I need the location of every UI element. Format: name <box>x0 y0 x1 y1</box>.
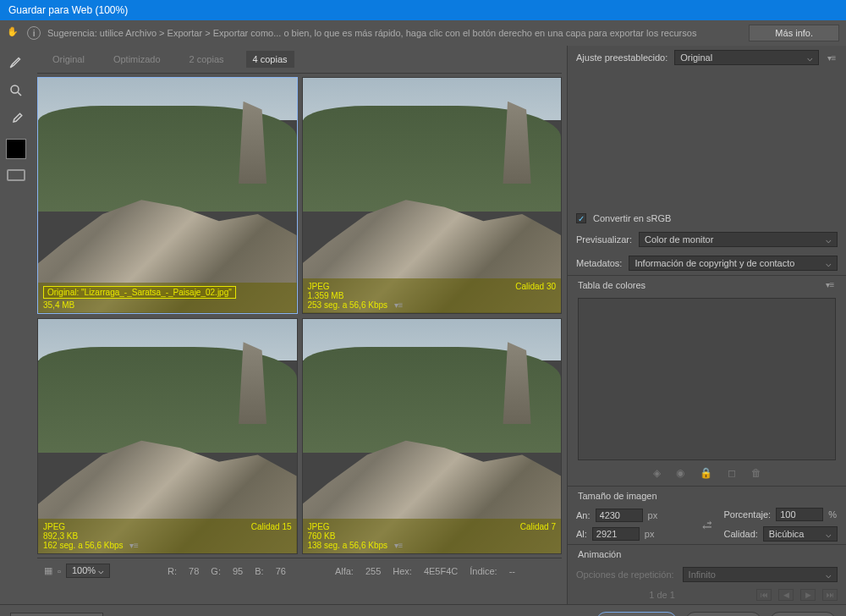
height-input[interactable] <box>592 527 640 541</box>
ct-lock-icon[interactable]: 🔒 <box>700 467 712 479</box>
preview-menu-icon[interactable]: ▾≡ <box>393 300 404 310</box>
animation-label: Animación <box>568 544 846 564</box>
done-button[interactable]: Hecho <box>770 612 836 616</box>
idx-value: -- <box>509 566 515 576</box>
slice-toggle-icon[interactable] <box>7 169 25 181</box>
pct-input[interactable] <box>776 508 823 521</box>
colortable-label: Tabla de colores <box>578 280 645 290</box>
quality: Calidad 15 <box>251 522 292 531</box>
transfer: 253 seg. a 56,6 Kbps <box>308 300 388 310</box>
footer: Previsualizar... 🌐⌵ Guardar... Cancelar … <box>0 604 846 616</box>
filesize: 760 KB <box>308 531 336 541</box>
b-label: B: <box>255 566 263 576</box>
grid-icon-1[interactable]: ▦ <box>44 565 52 576</box>
preview-grid: Original: "Lizarraga_-_Saratsa_-_Paisaje… <box>37 74 562 558</box>
panel-menu-icon[interactable]: ▾≡ <box>826 53 838 63</box>
pct-unit: % <box>828 509 837 520</box>
preview-q7[interactable]: JPEGCalidad 7 760 KB 138 seg. a 56,6 Kbp… <box>302 318 563 555</box>
g-value: 95 <box>233 566 243 576</box>
fmt: JPEG <box>43 522 65 531</box>
tab-2up[interactable]: 2 copias <box>183 51 231 68</box>
svg-point-0 <box>11 85 19 93</box>
cancel-button[interactable]: Cancelar <box>685 612 761 616</box>
srgb-checkbox[interactable]: ✓ <box>576 213 586 223</box>
preview-tabs: Original Optimizado 2 copias 4 copias <box>37 46 562 74</box>
color-table <box>578 298 836 460</box>
more-info-button[interactable]: Más info. <box>749 25 839 41</box>
ct-icon-2[interactable]: ◉ <box>676 467 684 479</box>
preview-menu-icon[interactable]: ▾≡ <box>393 541 404 550</box>
r-label: R: <box>168 566 177 576</box>
idx-label: Índice: <box>470 566 497 576</box>
ct-trash-icon[interactable]: 🗑 <box>751 467 761 479</box>
zoom-select[interactable]: 100% ⌵ <box>66 564 110 578</box>
preset-label: Ajuste preestablecido: <box>576 52 667 63</box>
transfer: 162 seg. a 56,6 Kbps <box>43 541 124 550</box>
original-filename: Original: "Lizarraga_-_Saratsa_-_Paisaje… <box>43 286 236 299</box>
alfa-label: Alfa: <box>335 566 354 576</box>
srgb-label: Convertir en sRGB <box>593 213 671 223</box>
repeat-label: Opciones de repetición: <box>576 569 674 580</box>
color-swatch[interactable] <box>6 139 26 159</box>
hint-text: Sugerencia: utilice Archivo > Exportar >… <box>47 28 742 38</box>
preview-label: Previsualizar: <box>576 234 632 245</box>
orig-size: 35,4 MB <box>43 300 74 310</box>
preview-select[interactable]: Color de monitor <box>639 232 838 247</box>
colortable-menu-icon[interactable]: ▾≡ <box>824 280 836 290</box>
tab-optimized[interactable]: Optimizado <box>107 51 168 68</box>
eyedropper-tool-icon[interactable] <box>7 110 25 129</box>
filesize: 892,3 KB <box>43 531 78 541</box>
tab-4up[interactable]: 4 copias <box>246 51 294 68</box>
ct-icon-1[interactable]: ◈ <box>653 467 661 479</box>
pct-label: Porcentaje: <box>724 509 772 520</box>
hex-label: Hex: <box>393 566 412 576</box>
hex-value: 4E5F4C <box>424 566 458 576</box>
grid-icon-2[interactable]: ▫ <box>58 566 61 576</box>
info-bar: ✋ i Sugerencia: utilice Archivo > Export… <box>0 20 846 46</box>
info-icon: i <box>27 26 41 40</box>
height-unit: px <box>645 529 655 539</box>
preview-q30[interactable]: JPEGCalidad 30 1.359 MB 253 seg. a 56,6 … <box>302 77 563 314</box>
ct-new-icon[interactable]: ◻ <box>728 467 736 479</box>
settings-panel: Ajuste preestablecido: Original ▾≡ ✓ Con… <box>567 46 846 604</box>
window-title: Guardar para Web (100%) <box>0 0 846 20</box>
filesize: 1.359 MB <box>308 291 344 300</box>
anim-prev-icon: ◀ <box>778 589 794 601</box>
g-label: G: <box>211 566 221 576</box>
fmt: JPEG <box>308 282 330 291</box>
quality-select[interactable]: Bicúbica <box>763 526 838 542</box>
svg-line-1 <box>18 92 21 96</box>
status-bar: ▦ ▫ 100% ⌵ R:78 G:95 B:76 Alfa:255 Hex:4… <box>37 558 562 583</box>
preview-q15[interactable]: JPEGCalidad 15 892,3 KB 162 seg. a 56,6 … <box>37 318 298 555</box>
anim-first-icon: ⏮ <box>756 589 772 601</box>
width-label: An: <box>576 510 591 520</box>
zoom-tool-icon[interactable] <box>7 81 25 100</box>
anim-last-icon: ⏭ <box>822 589 838 601</box>
brush-tool-icon[interactable] <box>7 52 25 71</box>
imagesize-label: Tamaño de imagen <box>568 486 846 505</box>
r-value: 78 <box>189 566 199 576</box>
quality: Calidad 30 <box>515 282 556 291</box>
tab-original[interactable]: Original <box>46 51 91 68</box>
link-dimensions-icon[interactable]: ⥄ <box>699 518 716 531</box>
preview-menu-icon[interactable]: ▾≡ <box>129 541 140 550</box>
left-toolbar <box>0 46 32 604</box>
quality-label: Calidad: <box>724 529 758 539</box>
height-label: Al: <box>576 529 587 539</box>
fmt: JPEG <box>308 522 330 531</box>
metadata-select[interactable]: Información de copyright y de contacto <box>629 256 838 271</box>
save-button[interactable]: Guardar... <box>596 612 677 616</box>
width-input[interactable] <box>596 509 643 522</box>
b-value: 76 <box>276 566 286 576</box>
width-unit: px <box>648 510 658 520</box>
transfer: 138 seg. a 56,6 Kbps <box>308 541 388 550</box>
frame-indicator: 1 de 1 <box>576 590 748 600</box>
repeat-select: Infinito <box>683 567 838 582</box>
quality: Calidad 7 <box>520 522 556 531</box>
anim-next-icon: ▶ <box>800 589 816 601</box>
alfa-value: 255 <box>365 566 381 576</box>
hand-tool-icon[interactable]: ✋ <box>7 26 20 40</box>
preset-select[interactable]: Original <box>674 50 819 65</box>
preview-original[interactable]: Original: "Lizarraga_-_Saratsa_-_Paisaje… <box>37 77 298 314</box>
preview-button[interactable]: Previsualizar... <box>10 613 103 616</box>
